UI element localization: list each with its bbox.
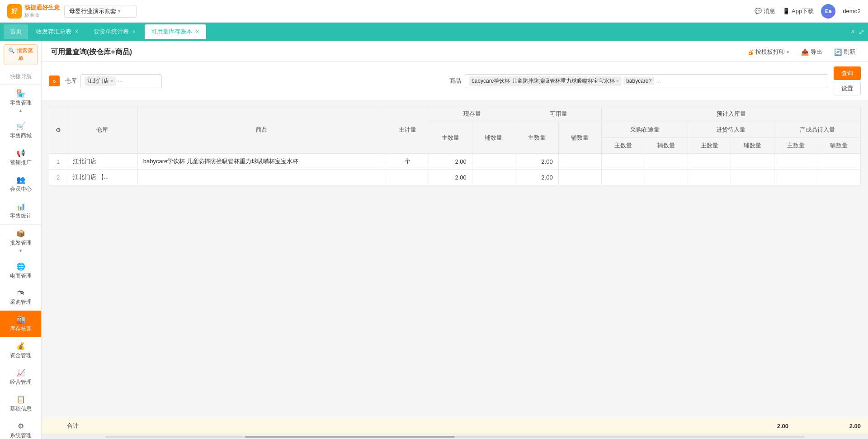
ecommerce-icon: 🌐	[16, 262, 25, 271]
sidebar-item-retail-stats[interactable]: 📊 零售统计	[0, 198, 41, 224]
unit-cell: 个	[386, 154, 429, 170]
available-sub-cell	[558, 154, 601, 170]
product-main-cell	[774, 154, 817, 170]
query-btn[interactable]: 查询	[834, 66, 861, 80]
row-num: 2	[49, 170, 67, 185]
warehouse-more[interactable]: ···	[118, 78, 123, 85]
tab-income-expense[interactable]: 收发存汇总表 ×	[30, 24, 85, 39]
export-btn[interactable]: 📤 导出	[797, 46, 826, 58]
scroll-track	[105, 436, 805, 438]
sidebar-item-base-info[interactable]: 📋 基础信息	[0, 391, 41, 417]
header-right: 💬 消息 📱 App下载 Ea demo2	[755, 4, 861, 19]
settings-btn[interactable]: 设置	[834, 82, 861, 95]
sidebar-item-label: 零售管理	[10, 99, 32, 107]
forecast-in-col-header: 预计入库量	[602, 106, 861, 122]
table-row: 2 江北门店 【... 2.00 2.00	[49, 170, 861, 185]
sidebar-item-inventory-mgmt[interactable]: 🏭 库存核算	[0, 311, 41, 337]
sidebar: 🔍 搜索菜单 快捷导航 🏪 零售管理 ▲ 🛒 零售商城 📢 营销推广 👥	[0, 41, 42, 439]
message-icon: 💬	[755, 8, 762, 14]
sidebar-item-label: 经营管理	[10, 378, 32, 386]
sidebar-item-label: 资金管理	[10, 352, 32, 359]
search-menu-label: 搜索菜单	[17, 47, 33, 61]
export-label: 导出	[811, 48, 822, 56]
product-input[interactable]: babycare学饮杯 儿童防摔防撞吸管杯重力球吸嘴杯宝宝水杯 × babyca…	[465, 74, 828, 88]
filter-area: » 仓库 江北门店 × ··· 商品 babycare学饮杯 儿童防摔防撞吸管杯…	[42, 62, 868, 100]
purchase-main-cell	[602, 170, 645, 185]
retail-mall-icon: 🛒	[16, 122, 25, 131]
tab-order-stats[interactable]: 要货单统计表 ×	[87, 24, 143, 39]
maximize-icon[interactable]: ⤢	[859, 28, 864, 36]
scroll-thumb	[245, 436, 455, 438]
product-filter-group: 商品 babycare学饮杯 儿童防摔防撞吸管杯重力球吸嘴杯宝宝水杯 × bab…	[449, 74, 828, 88]
username[interactable]: demo2	[843, 8, 861, 14]
filter-expand-btn[interactable]: »	[49, 76, 60, 86]
refresh-label: 刷新	[844, 48, 855, 56]
logo-area: 好 畅捷通好生意 标准版	[7, 4, 60, 19]
current-sub-qty-header: 辅数量	[472, 122, 515, 154]
product-more[interactable]: ...	[656, 78, 661, 85]
sidebar-item-label: 零售统计	[10, 212, 32, 220]
arrival-sub-cell	[731, 154, 774, 170]
sidebar-item-label: 会员中心	[10, 185, 32, 193]
sidebar-item-wholesale-mgmt[interactable]: 📦 批发管理 ▼	[0, 225, 41, 258]
current-main-qty-header: 主数量	[429, 122, 472, 154]
tab-income-expense-label: 收发存汇总表	[36, 28, 71, 36]
sidebar-section-retail: 🏪 零售管理 ▲ 🛒 零售商城 📢 营销推广 👥 会员中心 📊 零售统计	[0, 85, 41, 225]
sidebar-item-retail-mall[interactable]: 🛒 零售商城	[0, 118, 41, 144]
app-download-action[interactable]: 📱 App下载	[783, 7, 814, 15]
tab-available-stock[interactable]: 可用量库存账本 ×	[145, 24, 206, 39]
print-icon: 🖨	[747, 48, 754, 56]
sidebar-item-member-center[interactable]: 👥 会员中心	[0, 171, 41, 198]
data-table: ⚙ 仓库 商品 主计量 现存量 可用量 预计入库量 主数量 辅数量 主数量 辅数…	[49, 106, 861, 185]
arrival-main-cell	[688, 170, 731, 185]
sidebar-item-sys-mgmt[interactable]: ⚙ 系统管理	[0, 417, 41, 439]
filter-actions: 查询 设置	[834, 66, 861, 95]
nav-tab-actions: × ⤢	[851, 28, 864, 36]
product-tag-label: babycare?	[626, 78, 651, 84]
tab-order-stats-label: 要货单统计表	[94, 28, 129, 36]
search-menu-button[interactable]: 🔍 搜索菜单	[4, 44, 38, 65]
chevron-icon: ▲	[19, 108, 23, 113]
sidebar-item-label: 批发管理	[10, 239, 32, 247]
quick-nav-label[interactable]: 快捷导航	[4, 73, 38, 80]
warehouse-label: 仓库	[65, 77, 77, 85]
product-cell	[137, 170, 386, 185]
warehouse-filter-group: 仓库 江北门店 × ···	[65, 74, 444, 88]
product-tag-2: babycare?	[623, 77, 654, 85]
refresh-btn[interactable]: 🔄 刷新	[830, 46, 859, 58]
product-main-header: 主数量	[774, 138, 817, 154]
sidebar-item-ops-mgmt[interactable]: 📈 经营管理	[0, 364, 41, 391]
quick-nav-area: 快捷导航	[0, 69, 41, 85]
message-action[interactable]: 💬 消息	[755, 7, 775, 15]
footer-available-main: 2.00	[825, 423, 861, 430]
finance-icon: 💰	[16, 342, 25, 350]
close-icon[interactable]: ×	[616, 78, 619, 84]
unit-col-header: 主计量	[386, 106, 429, 154]
bottom-scrollbar[interactable]	[42, 434, 868, 439]
sidebar-item-purchase-mgmt[interactable]: 🛍 采购管理	[0, 284, 41, 311]
table-footer: 合计 2.00 2.00	[42, 418, 868, 434]
close-icon[interactable]: ×	[132, 28, 137, 36]
available-main-cell: 2.00	[515, 170, 558, 185]
sidebar-item-finance-mgmt[interactable]: 💰 资金管理	[0, 337, 41, 364]
industry-selector[interactable]: 母婴行业演示账套 ▾	[64, 5, 137, 18]
template-print-btn[interactable]: 🖨 按模板打印 ▾	[744, 46, 793, 58]
close-icon[interactable]: ×	[195, 28, 200, 36]
sidebar-item-label: 营销推广	[10, 159, 32, 166]
close-icon[interactable]: ×	[110, 78, 113, 84]
footer-current-main: 2.00	[761, 423, 788, 430]
tab-home[interactable]: 首页	[4, 24, 28, 39]
arrival-sub-header: 辅数量	[731, 138, 774, 154]
warehouse-input[interactable]: 江北门店 × ···	[80, 74, 162, 88]
product-col-header: 商品	[137, 106, 386, 154]
main-layout: 🔍 搜索菜单 快捷导航 🏪 零售管理 ▲ 🛒 零售商城 📢 营销推广 👥	[0, 41, 868, 439]
close-window-icon[interactable]: ×	[851, 28, 855, 36]
sidebar-item-retail-mgmt[interactable]: 🏪 零售管理 ▲	[0, 85, 41, 118]
sidebar-item-ecommerce[interactable]: 🌐 电商管理	[0, 258, 41, 284]
warehouse-tag: 江北门店 ×	[85, 76, 116, 86]
purchase-main-cell	[602, 154, 645, 170]
sidebar-section-wholesale: 📦 批发管理 ▼ 🌐 电商管理 🛍 采购管理 🏭 库存核算 💰 资金管理	[0, 225, 41, 439]
current-sub-cell	[472, 170, 515, 185]
close-icon[interactable]: ×	[74, 28, 79, 36]
sidebar-item-marketing[interactable]: 📢 营销推广	[0, 144, 41, 171]
